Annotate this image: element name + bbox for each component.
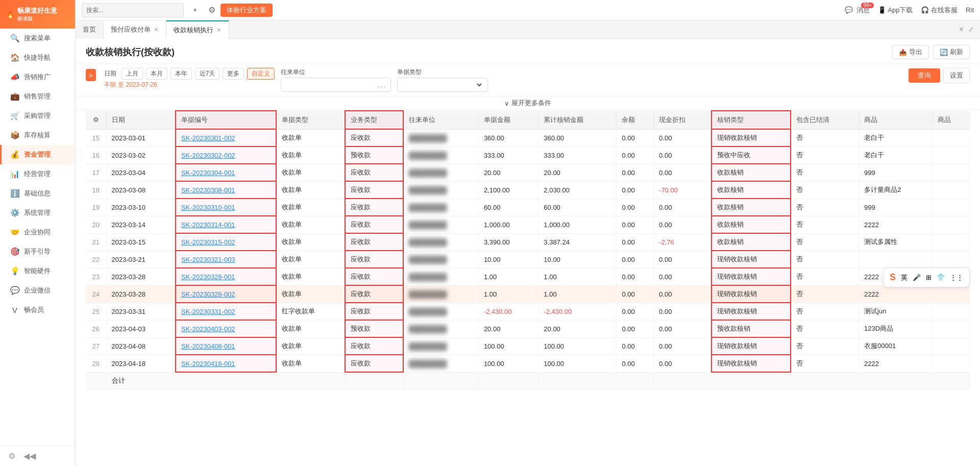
messages-badge-wrap[interactable]: 💬 99+ 消息 (845, 6, 870, 15)
sidebar-item-enterprise[interactable]: 🤝企业协同 (0, 223, 75, 242)
cell-biz_type: 应收款 (345, 285, 403, 303)
cell-biz_type: 应收款 (345, 233, 403, 251)
ime-grid-icon[interactable]: ⊞ (926, 274, 932, 281)
sum-cell-doc_no (176, 372, 276, 389)
query-button[interactable]: 查询 (909, 68, 940, 83)
partner-label: 往来单位 (281, 68, 389, 77)
doc-no-link[interactable]: SK-20230315-002 (181, 238, 235, 246)
maximize-icon[interactable]: ⤢ (968, 26, 974, 33)
doc-type-select[interactable] (402, 81, 483, 89)
filter-expand-button[interactable]: » (86, 69, 96, 81)
user-label[interactable]: Rit (966, 6, 974, 14)
collapse-icon[interactable]: ◀◀ (23, 451, 36, 461)
doc-no-link[interactable]: SK-20230302-002 (181, 152, 235, 159)
cell-balance: 0.00 (617, 251, 654, 268)
sidebar-item-purchase[interactable]: 🛒采购管理 (0, 106, 75, 126)
doc-no-link[interactable]: SK-20230331-002 (181, 308, 235, 315)
ime-shirt-icon[interactable]: 👕 (937, 274, 945, 281)
cell-goods2 (933, 164, 970, 181)
app-name: 畅康道好生意 (17, 6, 57, 15)
doc-no-link[interactable]: SK-20230314-001 (181, 221, 235, 229)
refresh-button[interactable]: 🔄 刷新 (933, 45, 970, 59)
filter-settings-button[interactable]: 设置 (943, 68, 970, 83)
cell-goods: 多计量商品2 (859, 181, 933, 199)
date-btn-more[interactable]: 更多 (223, 68, 244, 80)
cell-verify_type: 现销收款核销 (712, 251, 791, 268)
doc-no-link[interactable]: SK-20230408-001 (181, 342, 235, 350)
date-btn-custom[interactable]: 自定义 (247, 68, 275, 80)
cell-balance: 0.00 (617, 181, 654, 199)
sidebar-item-finance[interactable]: 💰资金管理 (0, 145, 75, 164)
cell-goods2 (933, 303, 970, 320)
sidebar-item-smart-hw[interactable]: 💡智能硬件 (0, 261, 75, 281)
sidebar-item-newbie[interactable]: 🎯新手引导 (0, 242, 75, 261)
cell-include_settled: 否 (791, 129, 859, 146)
topbar-dropdown-icon[interactable]: ▾ (189, 6, 201, 14)
date-btn-last-7days[interactable]: 近7天 (195, 68, 220, 80)
sidebar-item-sales[interactable]: 💼销售管理 (0, 87, 75, 106)
sidebar-item-quick-nav[interactable]: 🏠快捷导航 (0, 48, 75, 67)
cell-doc_no: SK-20230315-002 (176, 233, 276, 251)
doc-no-link[interactable]: SK-20230310-001 (181, 204, 235, 211)
cell-date: 2023-03-31 (106, 303, 176, 320)
app-download-btn[interactable]: 📱 App下载 (878, 6, 913, 15)
col-header-goods2: 商品 (933, 111, 970, 129)
doc-no-link[interactable]: SK-20230304-001 (181, 169, 235, 177)
cell-verified: 1.00 (538, 268, 617, 285)
doc-no-link[interactable]: SK-20230301-002 (181, 134, 235, 142)
cell-no: 21 (86, 233, 106, 251)
doc-no-link[interactable]: SK-20230328-001 (181, 273, 235, 281)
ime-more-icon[interactable]: ⋮⋮ (950, 274, 963, 281)
export-button[interactable]: 📤 导出 (892, 45, 929, 59)
cell-include_settled: 否 (791, 251, 859, 268)
expand-more-button[interactable]: ∨ 展开更多条件 (504, 99, 551, 108)
tab-close-prepay[interactable]: ✕ (154, 26, 159, 33)
doc-no-link[interactable]: SK-20230418-001 (181, 360, 235, 367)
date-btn-this-month[interactable]: 本月 (146, 68, 167, 80)
sidebar-item-operations[interactable]: 📊经营管理 (0, 164, 75, 184)
cell-cash_discount: 0.00 (654, 164, 712, 181)
tab-home[interactable]: 首页 (76, 20, 104, 39)
table-row: 262023-04-03SK-20230403-002收款单预收款███████… (86, 320, 970, 337)
sidebar-item-label: 搜索菜单 (24, 34, 51, 43)
quick-nav-icon: 🏠 (10, 53, 20, 62)
sidebar-item-inventory[interactable]: 📦库存核算 (0, 126, 75, 145)
sidebar-item-wechat-biz[interactable]: 💬企业微信 (0, 281, 75, 300)
table-row: 162023-03-02SK-20230302-002收款单预收款███████… (86, 146, 970, 164)
table-row: 212023-03-15SK-20230315-002收款单应收款███████… (86, 233, 970, 251)
close-tab-icon[interactable]: ✕ (959, 26, 964, 33)
sum-cell-goods2 (933, 372, 970, 389)
cell-date: 2023-03-10 (106, 199, 176, 216)
cell-balance: 0.00 (617, 268, 654, 285)
sidebar-item-search[interactable]: 🔍搜索菜单 (0, 29, 75, 48)
sidebar-item-member[interactable]: V畅会员 (0, 300, 75, 320)
date-filter-row: 日期 上月 本月 本年 近7天 更多 自定义 (104, 68, 275, 80)
topbar-search-input[interactable] (86, 7, 179, 14)
inventory-icon: 📦 (10, 131, 20, 140)
tab-collections[interactable]: 收款核销执行✕ (166, 20, 229, 39)
cell-include_settled: 否 (791, 285, 859, 303)
wechat-biz-icon: 💬 (10, 286, 20, 295)
settings-icon[interactable]: ⚙ (8, 451, 15, 461)
cell-no: 25 (86, 303, 106, 320)
sidebar-item-basic[interactable]: ℹ️基础信息 (0, 184, 75, 203)
online-service-btn[interactable]: 🎧 在线客服 (921, 6, 958, 15)
sidebar-item-system[interactable]: ⚙️系统管理 (0, 203, 75, 223)
date-btn-this-year[interactable]: 本年 (170, 68, 192, 80)
date-btn-last-month[interactable]: 上月 (121, 68, 143, 80)
partner-input-wrap: ... (281, 78, 391, 92)
sidebar-item-marketing[interactable]: 📣营销推广 (0, 67, 75, 87)
doc-no-link[interactable]: SK-20230321-003 (181, 256, 235, 263)
ime-mic-icon[interactable]: 🎤 (913, 274, 921, 281)
doc-no-link[interactable]: SK-20230308-001 (181, 186, 235, 194)
doc-no-link[interactable]: SK-20230328-002 (181, 290, 235, 298)
cell-goods2 (933, 199, 970, 216)
industry-solution-button[interactable]: 体验行业方案 (220, 4, 273, 17)
partner-input[interactable] (285, 81, 377, 88)
table-row: 242023-03-28SK-20230328-002收款单应收款███████… (86, 285, 970, 303)
topbar-gear-icon[interactable]: ⚙ (208, 5, 215, 15)
tab-prepay[interactable]: 预付应收付单✕ (104, 20, 166, 39)
col-header-balance: 余额 (617, 111, 654, 129)
tab-close-collections[interactable]: ✕ (216, 27, 222, 34)
doc-no-link[interactable]: SK-20230403-002 (181, 325, 235, 333)
